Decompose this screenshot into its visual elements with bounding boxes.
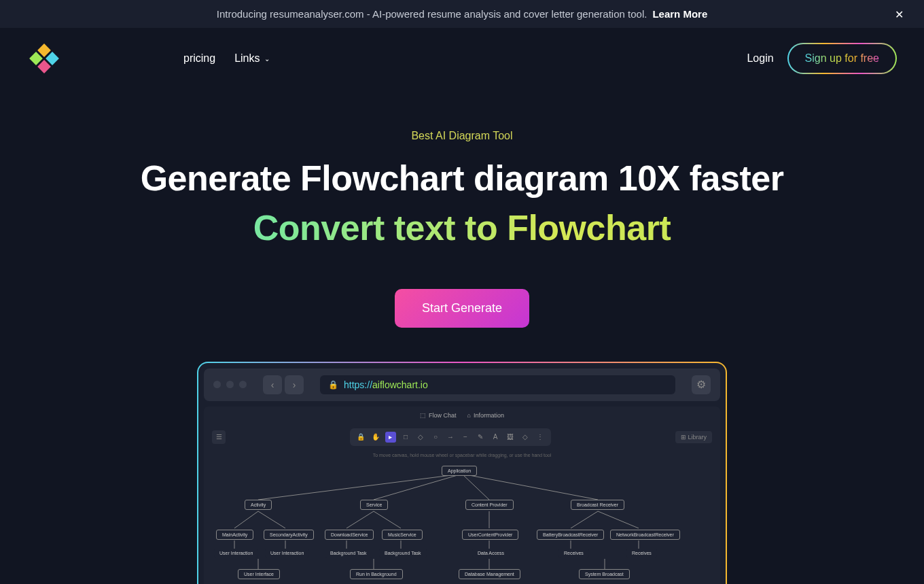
dot-icon <box>239 381 247 388</box>
flow-text: Receives <box>558 549 589 557</box>
lock-tool[interactable]: 🔒 <box>355 432 366 443</box>
tab-flow-chat[interactable]: ⬚ Flow Chat <box>420 412 457 419</box>
window-controls <box>213 381 247 388</box>
flow-node[interactable]: Broadcast Receiver <box>571 500 624 510</box>
chevron-down-icon: ⌄ <box>264 55 270 63</box>
navbar: pricing Links ⌄ Login Sign up for free <box>0 28 924 89</box>
dot-icon <box>213 381 221 388</box>
nav-right: Login Sign up for free <box>747 43 897 74</box>
menu-button[interactable]: ☰ <box>212 430 226 444</box>
hand-tool[interactable]: ✋ <box>370 432 381 443</box>
app-tabs: ⬚ Flow Chat ⌂ Information <box>204 407 720 424</box>
flow-node[interactable]: User Interface <box>238 569 280 579</box>
flow-text: Data Access <box>472 549 510 557</box>
flow-node[interactable]: Content Provider <box>465 500 514 510</box>
logo[interactable] <box>27 41 61 75</box>
nav-links-dropdown[interactable]: Links ⌄ <box>234 52 269 65</box>
logo-icon <box>27 41 61 75</box>
flow-node[interactable]: MusicService <box>382 530 423 540</box>
start-generate-button[interactable]: Start Generate <box>395 289 529 328</box>
line-tool[interactable]: − <box>460 432 471 443</box>
url-path: aiflowchart.io <box>372 379 428 390</box>
announcement-bar: Introducing resumeanalyser.com - AI-powe… <box>0 0 924 28</box>
url-protocol: https:// <box>344 379 372 390</box>
rect-tool[interactable]: □ <box>400 432 411 443</box>
eraser-tool[interactable]: ◇ <box>520 432 531 443</box>
flow-node[interactable]: NetworkBroadcastReceiver <box>610 530 680 540</box>
image-tool[interactable]: 🖼 <box>505 432 516 443</box>
arrow-tool[interactable]: → <box>445 432 456 443</box>
flow-icon: ⬚ <box>420 412 426 419</box>
flow-node[interactable]: DownloadService <box>325 530 374 540</box>
flow-text: User Interaction <box>214 549 258 557</box>
diagram-canvas[interactable]: Application Activity Service Content Pro… <box>204 460 720 584</box>
flowchart-connectors <box>204 460 720 584</box>
svg-rect-1 <box>29 52 43 65</box>
menu-icon: ☰ <box>216 433 222 441</box>
hero-subtitle: Best AI Diagram Tool <box>0 130 924 142</box>
browser-bar: ‹ › 🔒 https://aiflowchart.io ⚙ <box>204 368 720 401</box>
text-tool[interactable]: A <box>490 432 501 443</box>
pointer-tool[interactable]: ▸ <box>385 432 396 443</box>
announcement-text: Introducing resumeanalyser.com - AI-powe… <box>217 8 647 20</box>
flow-node[interactable]: Database Management <box>459 569 520 579</box>
pen-tool[interactable]: ✎ <box>475 432 486 443</box>
svg-rect-0 <box>37 44 51 57</box>
nav-pricing[interactable]: pricing <box>183 52 215 65</box>
nav-links: pricing Links ⌄ <box>183 52 270 65</box>
flow-node[interactable]: UserContentProvider <box>462 530 518 540</box>
signup-button[interactable]: Sign up for free <box>787 43 897 74</box>
svg-rect-2 <box>46 52 59 65</box>
browser-settings-button[interactable]: ⚙ <box>692 375 711 394</box>
info-icon: ⌂ <box>467 412 471 419</box>
url-bar[interactable]: 🔒 https://aiflowchart.io <box>320 375 675 394</box>
more-tool[interactable]: ⋮ <box>535 432 546 443</box>
library-icon: ⊞ <box>681 434 688 441</box>
app-toolbar: ☰ 🔒 ✋ ▸ □ ◇ ○ → − ✎ A 🖼 ◇ <box>204 424 720 450</box>
close-announcement-button[interactable]: ✕ <box>895 7 904 20</box>
flow-node[interactable]: Application <box>442 466 477 476</box>
settings-icon: ⚙ <box>696 378 706 391</box>
flow-node[interactable]: Run in Background <box>350 569 403 579</box>
flow-node[interactable]: MainActivity <box>216 530 253 540</box>
diamond-tool[interactable]: ◇ <box>415 432 426 443</box>
flow-node[interactable]: BatteryBroadcastReceiver <box>537 530 604 540</box>
lock-icon: 🔒 <box>328 380 338 390</box>
login-link[interactable]: Login <box>747 52 773 65</box>
screenshot-container: ‹ › 🔒 https://aiflowchart.io ⚙ ⬚ <box>197 362 727 584</box>
flow-text: Receives <box>626 549 657 557</box>
learn-more-link[interactable]: Learn More <box>652 8 707 20</box>
flow-text: Background Task <box>379 549 427 557</box>
circle-tool[interactable]: ○ <box>430 432 441 443</box>
tool-palette: 🔒 ✋ ▸ □ ◇ ○ → − ✎ A 🖼 ◇ ⋮ <box>350 428 551 446</box>
flow-node[interactable]: Service <box>360 500 388 510</box>
flow-node[interactable]: Activity <box>245 500 272 510</box>
svg-rect-3 <box>37 60 51 73</box>
canvas-hint: To move canvas, hold mouse wheel or spac… <box>204 450 720 460</box>
screenshot: ‹ › 🔒 https://aiflowchart.io ⚙ ⬚ <box>198 363 726 584</box>
dot-icon <box>226 381 234 388</box>
hero-section: Best AI Diagram Tool Generate Flowchart … <box>0 89 924 584</box>
back-button[interactable]: ‹ <box>263 375 282 394</box>
forward-button[interactable]: › <box>285 375 304 394</box>
flow-text: Background Task <box>325 549 372 557</box>
library-label: Library <box>688 434 707 441</box>
signup-label: Sign up for free <box>805 52 879 64</box>
tab-information[interactable]: ⌂ Information <box>467 412 504 419</box>
app-content: ⬚ Flow Chat ⌂ Information ☰ 🔒 ✋ <box>204 407 720 584</box>
hero-gradient-title: Convert text to Flowchart <box>0 207 924 248</box>
browser-nav-arrows: ‹ › <box>263 375 304 394</box>
library-button[interactable]: ⊞ Library <box>675 431 712 443</box>
flow-node[interactable]: SecondaryActivity <box>264 530 314 540</box>
flow-node[interactable]: System Broadcast <box>579 569 630 579</box>
nav-links-label: Links <box>234 52 260 65</box>
flow-text: User Interaction <box>265 549 309 557</box>
hero-title: Generate Flowchart diagram 10X faster <box>0 158 924 199</box>
tab-label: Flow Chat <box>429 412 457 419</box>
tab-label: Information <box>474 412 504 419</box>
